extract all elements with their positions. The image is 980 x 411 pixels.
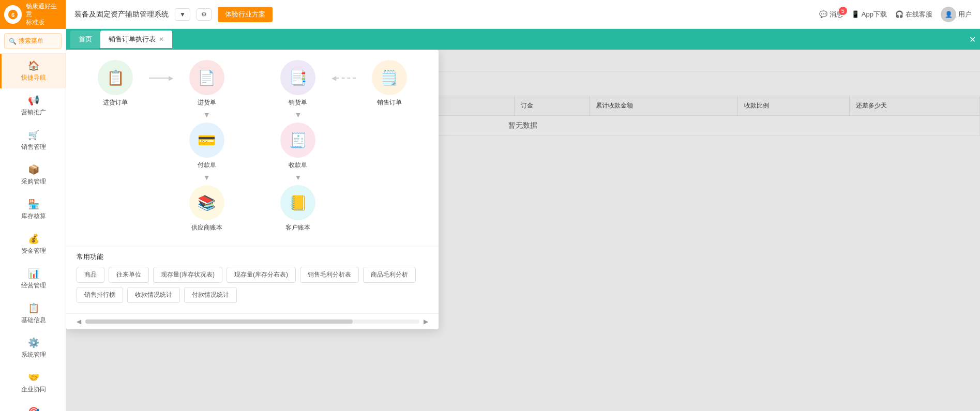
purchase-order-label: 进货订单 — [103, 98, 128, 107]
common-functions-buttons-row2: 销售排行榜 收款情况统计 付款情况统计 — [77, 287, 428, 303]
tab-sales-order-exec[interactable]: 销售订单执行表 ✕ — [100, 31, 172, 48]
app-download-button[interactable]: 📱 App下载 — [851, 10, 887, 19]
sidebar-item-marketing[interactable]: 📢 营销推广 — [0, 88, 66, 123]
purchase-bill-label: 进货单 — [198, 98, 216, 107]
payment-bill-label: 付款单 — [198, 161, 216, 170]
search-menu-button[interactable]: 🔍 搜索菜单 — [4, 33, 62, 49]
sidebar-item-purchase[interactable]: 📦 采购管理 — [0, 158, 66, 192]
scroll-right-button[interactable]: ▶ — [424, 318, 428, 325]
supplier-ledger-label: 供应商账本 — [191, 223, 222, 232]
content-area: ❓ 帮助 🖨️ 按模板打印 ▼ ⬆️ 导出 ▼ 🔄 刷新 — [66, 50, 980, 411]
cf-btn-payment-stats[interactable]: 付款情况统计 — [184, 287, 237, 303]
receipt-bill-circle: 🧾 — [280, 123, 315, 158]
service-icon: 🎧 — [895, 10, 903, 18]
cf-btn-partner[interactable]: 往来单位 — [109, 267, 149, 283]
system-dropdown-button[interactable]: ▼ — [175, 8, 190, 21]
newbie-icon: 🎯 — [28, 406, 39, 411]
modal-overlay: 📋 进货订单 ▶ — [66, 50, 980, 411]
online-service-button[interactable]: 🎧 在线客服 — [895, 10, 932, 19]
dropdown-arrow-icon: ▼ — [179, 11, 186, 18]
sidebar-nav: 🏠 快捷导航 📢 营销推广 🛒 销售管理 📦 采购管理 🏪 库存核算 💰 — [0, 54, 66, 411]
purchase-bill-circle: 📄 — [189, 60, 224, 95]
purchase-order-circle: 📋 — [98, 60, 133, 95]
sales-order-label: 销售订单 — [377, 98, 402, 107]
tab-close-icon[interactable]: ✕ — [159, 36, 164, 43]
quick-nav-icon: 🏠 — [28, 60, 39, 71]
sidebar-item-operations[interactable]: 📊 经营管理 — [0, 262, 66, 296]
payment-bill-node: 💳 付款单 — [173, 123, 240, 170]
tab-bar-close-button[interactable]: ✕ — [969, 35, 976, 44]
scroll-thumb — [85, 319, 353, 324]
message-button[interactable]: 💬 5 消息 — [819, 10, 843, 19]
sales-order-node: 🗒️ 销售订单 — [356, 60, 423, 107]
workflow-container: 📋 进货订单 ▶ — [66, 50, 439, 247]
sidebar: 6 畅康通好生意 标准版 🔍 搜索菜单 🏠 快捷导航 📢 营销推广 — [0, 0, 66, 411]
purchase-bill-node: 📄 进货单 — [173, 60, 240, 107]
cf-btn-receipt-stats[interactable]: 收款情况统计 — [127, 287, 180, 303]
sidebar-item-base-info[interactable]: 📋 基础信息 — [0, 296, 66, 331]
sidebar-item-inventory[interactable]: 🏪 库存核算 — [0, 192, 66, 227]
download-icon: 📱 — [851, 10, 860, 18]
cf-btn-stock-status[interactable]: 现存量(库存状况表) — [153, 267, 222, 283]
purchase-order-node: 📋 进货订单 — [82, 60, 149, 107]
sidebar-item-finance[interactable]: 💰 资金管理 — [0, 227, 66, 262]
cf-btn-sales-profit[interactable]: 销售毛利分析表 — [300, 267, 359, 283]
main-area: 装备及固定资产辅助管理系统 ▼ ⚙ 体验行业方案 💬 5 消息 📱 App下载 — [66, 0, 980, 411]
top-header: 装备及固定资产辅助管理系统 ▼ ⚙ 体验行业方案 💬 5 消息 📱 App下载 — [66, 0, 980, 29]
scroll-track[interactable] — [85, 319, 419, 324]
sidebar-item-quick-nav[interactable]: 🏠 快捷导航 — [0, 54, 66, 88]
inventory-icon: 🏪 — [28, 199, 39, 210]
supplier-ledger-node: 📚 供应商账本 — [173, 185, 240, 232]
sales-bill-label: 销货单 — [289, 98, 307, 107]
scroll-left-button[interactable]: ◀ — [77, 318, 81, 325]
message-badge: 5 — [839, 7, 847, 15]
receipt-bill-node: 🧾 收款单 — [264, 123, 331, 170]
sidebar-item-system[interactable]: ⚙️ 系统管理 — [0, 331, 66, 366]
sidebar-item-enterprise[interactable]: 🤝 企业协同 — [0, 366, 66, 400]
user-avatar-button[interactable]: 👤 用户 — [941, 7, 972, 22]
cf-btn-product[interactable]: 商品 — [77, 267, 104, 283]
finance-icon: 💰 — [28, 233, 39, 245]
sales-order-circle: 🗒️ — [372, 60, 407, 95]
svg-text:6: 6 — [11, 12, 14, 18]
sales-bill-node: 📑 销货单 — [264, 60, 331, 107]
tab-home[interactable]: 首页 — [70, 31, 100, 48]
purchase-icon: 📦 — [28, 164, 39, 175]
common-functions-section: 常用功能 商品 往来单位 现存量(库存状况表) 现存量(库存分布表) 销售毛利分… — [66, 247, 439, 313]
scroll-bar-area: ◀ ▶ — [66, 313, 439, 329]
receipt-bill-label: 收款单 — [289, 161, 307, 170]
sales-bill-circle: 📑 — [280, 60, 315, 95]
message-icon: 💬 — [819, 10, 827, 18]
search-icon: 🔍 — [9, 38, 17, 45]
header-actions: 💬 5 消息 📱 App下载 🎧 在线客服 👤 用户 — [819, 7, 972, 22]
customer-ledger-node: 📒 客户账本 — [264, 185, 331, 232]
workflow-modal: 📋 进货订单 ▶ — [66, 50, 439, 329]
marketing-icon: 📢 — [28, 95, 39, 106]
base-info-icon: 📋 — [28, 302, 39, 314]
enterprise-icon: 🤝 — [28, 372, 39, 383]
sidebar-search-area: 🔍 搜索菜单 — [0, 29, 66, 54]
sidebar-item-sales[interactable]: 🛒 销售管理 — [0, 123, 66, 158]
customer-ledger-circle: 📒 — [280, 185, 315, 220]
sidebar-logo: 6 畅康通好生意 标准版 — [0, 0, 66, 29]
customer-ledger-label: 客户账本 — [285, 223, 310, 232]
common-functions-buttons: 商品 往来单位 现存量(库存状况表) 现存量(库存分布表) 销售毛利分析表 商品… — [77, 267, 428, 283]
cf-btn-stock-dist[interactable]: 现存量(库存分布表) — [227, 267, 296, 283]
common-functions-title: 常用功能 — [77, 252, 428, 262]
sidebar-item-newbie[interactable]: 🎯 新手引导 — [0, 400, 66, 411]
supplier-ledger-circle: 📚 — [189, 185, 224, 220]
logo-icon: 6 — [4, 5, 22, 24]
tab-bar: 首页 销售订单执行表 ✕ ✕ — [66, 29, 980, 50]
settings-button[interactable]: ⚙ — [197, 8, 212, 21]
user-avatar: 👤 — [941, 7, 956, 22]
cf-btn-sales-rank[interactable]: 销售排行榜 — [77, 287, 123, 303]
operations-icon: 📊 — [28, 268, 39, 279]
gear-icon: ⚙ — [201, 11, 207, 18]
payment-bill-circle: 💳 — [189, 123, 224, 158]
sales-icon: 🛒 — [28, 129, 39, 141]
cf-btn-product-profit[interactable]: 商品毛利分析 — [363, 267, 416, 283]
system-icon: ⚙️ — [28, 337, 39, 348]
system-title: 装备及固定资产辅助管理系统 — [74, 10, 169, 19]
logo-text: 畅康通好生意 标准版 — [26, 3, 62, 27]
experience-button[interactable]: 体验行业方案 — [218, 7, 273, 22]
